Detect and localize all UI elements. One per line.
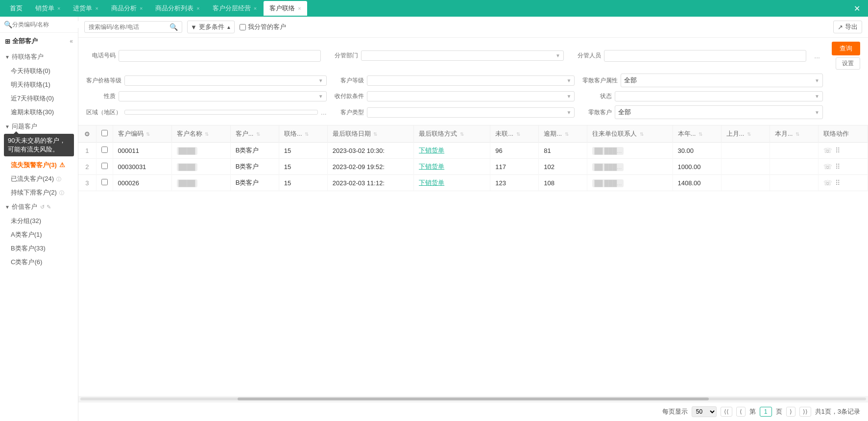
tab-customer-tier[interactable]: 客户分层经营 × xyxy=(207,1,263,16)
prev-page-button[interactable]: ⟨ xyxy=(736,407,746,417)
row-checkbox[interactable] xyxy=(101,163,108,169)
sort-icon[interactable]: ⇅ xyxy=(205,131,209,137)
sort-icon[interactable]: ⇅ xyxy=(460,131,464,137)
sidebar-item-b-class[interactable]: B类客户(33) xyxy=(0,242,78,255)
region-select[interactable] xyxy=(124,110,318,115)
contact-way-link[interactable]: 下销货单 xyxy=(419,163,444,170)
close-icon[interactable]: × xyxy=(57,5,60,11)
sort-icon[interactable]: ⇅ xyxy=(796,131,799,137)
settings-button[interactable]: 设置 xyxy=(836,57,860,70)
horizontal-scrollbar[interactable] xyxy=(78,396,868,402)
more-options-icon[interactable]: ... xyxy=(814,52,820,60)
price-level-select[interactable]: ▼ xyxy=(124,75,327,86)
arrow-icon: ▼ xyxy=(5,54,10,60)
sidebar-item-tomorrow[interactable]: 明天待联络(1) xyxy=(0,78,78,92)
region-dots-icon[interactable]: ... xyxy=(321,108,327,116)
sort-icon[interactable]: ⇅ xyxy=(747,131,751,137)
customer-type-select[interactable]: ▼ xyxy=(367,107,575,118)
query-button[interactable]: 查询 xyxy=(832,42,860,55)
contact-way-link[interactable]: 下销货单 xyxy=(419,179,444,186)
sort-icon[interactable]: ⇅ xyxy=(565,131,569,137)
sort-icon[interactable]: ⇅ xyxy=(305,131,309,137)
tab-analysis[interactable]: 商品分析 × xyxy=(105,1,148,16)
last-page-button[interactable]: ⟩⟩ xyxy=(799,407,811,417)
search-button-icon[interactable]: 🔍 xyxy=(169,23,178,31)
sidebar-item-churn-warning[interactable]: 流失预警客户(3) ⚠ xyxy=(0,158,78,172)
sort-icon[interactable]: ⇅ xyxy=(146,131,150,137)
sort-icon[interactable]: ⇅ xyxy=(699,131,702,137)
row-checkbox[interactable] xyxy=(101,179,108,185)
tab-sales[interactable]: 销货单 × xyxy=(29,1,66,16)
sidebar-item-overdue[interactable]: 逾期未联络(30) xyxy=(0,105,78,119)
contact-way-link[interactable]: 下销货单 xyxy=(419,147,444,154)
status-select[interactable]: ▼ xyxy=(615,91,823,101)
more-action-icon[interactable]: ⠿ xyxy=(835,179,840,187)
settings-icon[interactable]: ⚙ xyxy=(84,130,90,138)
next-page-button[interactable]: ⟩ xyxy=(786,407,796,417)
search-input[interactable] xyxy=(89,24,168,30)
sidebar-item-ungrouped[interactable]: 未分组(32) xyxy=(0,214,78,228)
region-label: 区域（地区） xyxy=(86,108,121,117)
tab-purchase[interactable]: 进货单 × xyxy=(67,1,104,16)
group-label: 价值客户 xyxy=(12,202,37,211)
sidebar-item-7days[interactable]: 近7天待联络(0) xyxy=(0,92,78,105)
refresh-icon[interactable]: ↺ xyxy=(40,204,45,210)
sort-icon[interactable]: ⇅ xyxy=(516,131,520,137)
current-page-display[interactable]: 1 xyxy=(760,407,772,417)
scrollbar-track[interactable] xyxy=(80,397,866,400)
sort-icon[interactable]: ⇅ xyxy=(256,131,260,137)
sidebar-item-a-class[interactable]: A类客户(1) xyxy=(0,228,78,242)
close-icon[interactable]: × xyxy=(140,5,143,11)
sidebar-item-c-class[interactable]: C类客户(6) xyxy=(0,255,78,269)
sidebar-group-pending-title[interactable]: ▼ 待联络客户 xyxy=(0,50,78,64)
select-all-checkbox[interactable] xyxy=(101,130,108,136)
tab-home[interactable]: 首页 xyxy=(4,1,28,16)
customer-level-select[interactable]: ▼ xyxy=(367,75,575,86)
phone-input[interactable] xyxy=(119,50,321,62)
my-customer-checkbox[interactable]: 我分管的客户 xyxy=(240,23,286,31)
scrollbar-thumb[interactable] xyxy=(238,397,709,400)
collapse-icon[interactable]: « xyxy=(70,38,73,45)
filter-actions: 查询 设置 xyxy=(828,42,860,70)
page-size-select[interactable]: 50 100 200 xyxy=(692,406,717,417)
close-icon[interactable]: × xyxy=(196,5,199,11)
more-action-icon[interactable]: ⠿ xyxy=(835,147,840,154)
all-customers-header[interactable]: ⊞ 全部客户 « xyxy=(0,33,78,50)
window-close-button[interactable]: ✕ xyxy=(850,2,864,15)
nature-select[interactable]: ▼ xyxy=(119,91,327,101)
sidebar-item-declining[interactable]: 持续下滑客户(2) ⓘ xyxy=(0,186,78,199)
my-customer-check[interactable] xyxy=(240,24,246,30)
sidebar-search-input[interactable] xyxy=(12,21,86,28)
group-label: 问题客户 xyxy=(12,122,37,131)
contact-action-icon[interactable]: ☏ xyxy=(823,179,832,187)
zero-customer-select[interactable]: 全部 ▼ xyxy=(615,105,823,119)
payment-select[interactable]: ▼ xyxy=(367,91,575,101)
contact-action-icon[interactable]: ☏ xyxy=(823,163,832,171)
close-icon[interactable]: × xyxy=(95,5,98,11)
close-icon[interactable]: × xyxy=(298,5,301,11)
chevron-up-icon: ▲ xyxy=(226,25,231,30)
table-body: 1 000011 ████ B类客户 15 2023-03-02 10:30: … xyxy=(78,143,868,191)
sidebar-group-value-title[interactable]: ▼ 价值客户 ↺ ✎ xyxy=(0,199,78,214)
sort-icon[interactable]: ⇅ xyxy=(373,131,377,137)
export-button[interactable]: ↗ 导出 xyxy=(833,21,862,33)
filter-more-button[interactable]: ▼ 更多条件 ▲ xyxy=(187,21,235,33)
dept-select[interactable]: ▼ xyxy=(361,50,563,61)
more-action-icon[interactable]: ⠿ xyxy=(835,163,840,171)
nature-label: 性质 xyxy=(86,92,116,100)
sidebar-item-today[interactable]: 今天待联络(0) xyxy=(0,64,78,78)
person-input[interactable] xyxy=(604,50,806,62)
sort-icon[interactable]: ⇅ xyxy=(640,131,644,137)
row-checkbox[interactable] xyxy=(101,147,108,153)
first-page-button[interactable]: ⟨⟨ xyxy=(721,407,732,417)
close-icon[interactable]: × xyxy=(254,5,257,11)
contact-action-icon[interactable]: ☏ xyxy=(823,147,832,154)
zero-attr-select[interactable]: 全部 ▼ xyxy=(621,74,823,87)
sidebar-group-problem-title[interactable]: ▼ 问题客户 xyxy=(0,119,78,134)
sidebar-group-problem: ▼ 问题客户 90天未交易的客户，可能有流失风险。 流失预警客户(3) ⚠ 已流… xyxy=(0,119,78,199)
edit-icon[interactable]: ✎ xyxy=(47,204,51,210)
tab-customer-link[interactable]: 客户联络 × xyxy=(264,1,307,16)
sidebar-item-churned[interactable]: 已流失客户(24) ⓘ xyxy=(0,172,78,186)
group-label: 待联络客户 xyxy=(12,52,44,61)
tab-analysis-list[interactable]: 商品分析列表 × xyxy=(149,1,205,16)
